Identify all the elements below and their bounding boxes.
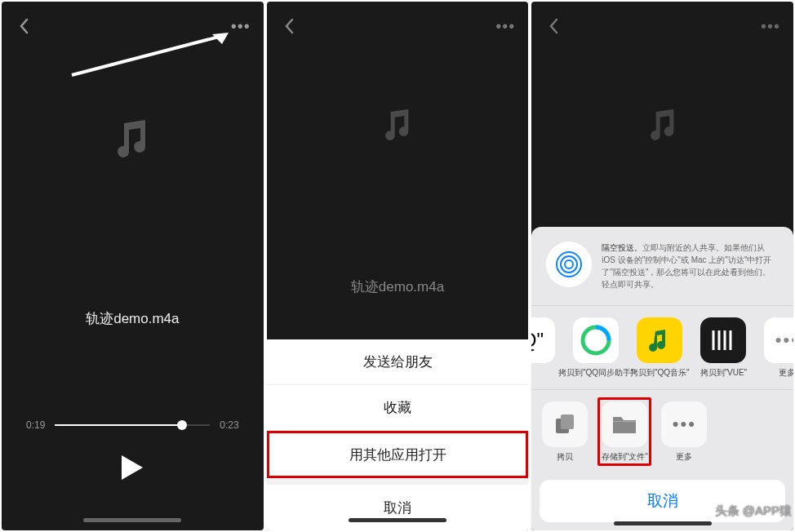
home-indicator[interactable] [349,518,446,522]
svg-marker-2 [122,455,143,480]
music-note-icon [375,101,420,147]
app-qq-music[interactable]: 拷贝到"QQ音乐" [633,317,686,378]
music-preview-area [531,44,793,147]
progress-row: 0:19 0:23 [26,419,239,431]
open-with-other-app-button[interactable]: 用其他应用打开 [267,431,529,478]
app-item-partial[interactable]: Q" [531,317,559,378]
header: ••• [531,2,793,44]
filename-label: 轨迹demo.m4a [86,309,179,328]
music-preview-area: 轨迹demo.m4a [2,44,264,328]
app-share-row: Q" 拷贝到"QQ同步助手" 拷贝到"QQ音乐" 拷贝到"VUE" [531,306,793,390]
screen-3-share-sheet: ••• 隔空投送。立即与附近的人共享。如果他们从 iOS 设备的"控制中心"或 … [531,2,793,530]
copy-icon [542,401,588,447]
total-time: 0:23 [220,419,238,431]
more-button[interactable]: ••• [231,16,251,36]
airdrop-section[interactable]: 隔空投送。立即与附近的人共享。如果他们从 iOS 设备的"控制中心"或 Mac … [531,238,793,306]
svg-point-4 [561,256,577,273]
music-note-icon [104,109,161,166]
app-more[interactable]: ••• 更多 [760,317,793,378]
svg-point-3 [565,260,573,268]
action-more[interactable]: ••• 更多 [657,401,711,462]
screen-1-player: ••• 轨迹demo.m4a 0:19 0:23 [2,2,264,530]
back-button[interactable] [15,17,33,35]
current-time: 0:19 [26,419,45,431]
action-row: 拷贝 存储到"文件" ••• 更多 [531,390,793,473]
favorite-button[interactable]: 收藏 [267,385,529,431]
more-button[interactable]: ••• [495,16,515,36]
more-button[interactable]: ••• [761,16,780,36]
action-copy[interactable]: 拷贝 [538,401,592,462]
header: ••• [267,2,529,44]
header: ••• [2,2,264,44]
action-sheet: 发送给朋友 收藏 用其他应用打开 取消 [267,339,529,530]
back-button[interactable] [280,17,298,35]
screen-2-action-sheet: ••• 轨迹demo.m4a 发送给朋友 收藏 用其他应用打开 取消 [267,2,529,530]
send-to-friend-button[interactable]: 发送给朋友 [267,339,529,385]
app-qq-sync[interactable]: 拷贝到"QQ同步助手" [569,317,623,378]
home-indicator[interactable] [614,521,712,525]
music-preview-area: 轨迹demo.m4a [267,44,529,296]
audio-player: 0:19 0:23 [2,419,264,481]
play-button[interactable] [26,454,239,481]
airdrop-description: 隔空投送。立即与附近的人共享。如果他们从 iOS 设备的"控制中心"或 Mac … [602,242,779,290]
progress-slider[interactable] [55,424,210,426]
airdrop-icon [546,242,592,287]
app-vue[interactable]: 拷贝到"VUE" [696,317,750,378]
folder-icon [602,401,647,447]
svg-rect-12 [561,415,574,429]
svg-rect-13 [613,421,636,422]
action-save-to-files[interactable]: 存储到"文件" [597,397,651,466]
filename-label: 轨迹demo.m4a [351,277,444,296]
back-button[interactable] [544,17,562,35]
more-icon: ••• [661,401,707,447]
music-note-icon [640,101,686,147]
home-indicator[interactable] [83,518,181,522]
ios-share-sheet: 隔空投送。立即与附近的人共享。如果他们从 iOS 设备的"控制中心"或 Mac … [531,227,793,530]
cancel-button[interactable]: 取消 [267,478,529,530]
cancel-button[interactable]: 取消 [540,480,785,522]
